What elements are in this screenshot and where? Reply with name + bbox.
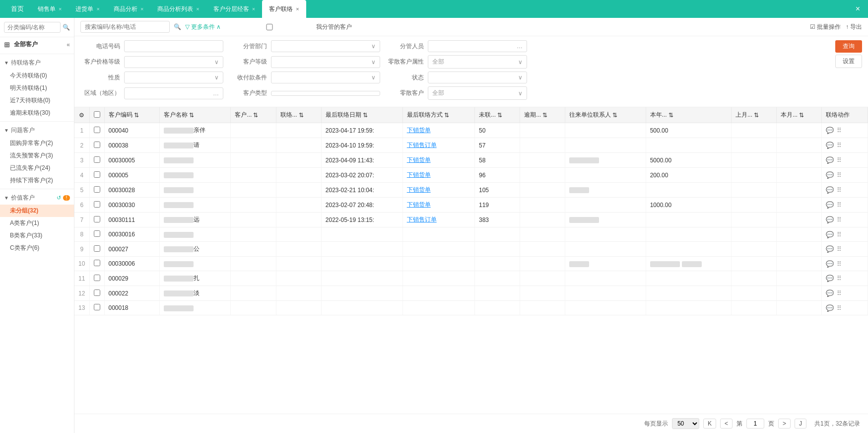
- tab-sales-order[interactable]: 销售单 ×: [31, 0, 68, 18]
- more-action-icon[interactable]: ⠿: [837, 127, 842, 134]
- col-checkbox[interactable]: [89, 107, 104, 123]
- row-checkbox-cell[interactable]: [89, 257, 104, 271]
- comment-action-icon[interactable]: 💬: [826, 275, 834, 282]
- comment-action-icon[interactable]: 💬: [826, 156, 834, 164]
- close-tab-product-analysis[interactable]: ×: [140, 6, 143, 12]
- col-last-contact-way[interactable]: 最后联络方式⇅: [402, 107, 474, 123]
- more-action-icon[interactable]: ⠿: [837, 156, 842, 164]
- select-all-checkbox[interactable]: [94, 111, 100, 118]
- more-action-icon[interactable]: ⠿: [837, 142, 842, 149]
- payment-select[interactable]: ∨: [271, 72, 380, 83]
- row-checkbox[interactable]: [94, 216, 100, 222]
- sidebar-item-7days-pending[interactable]: 近7天待联络(0): [0, 94, 74, 107]
- query-button[interactable]: 查询: [835, 40, 862, 53]
- sidebar-item-classC[interactable]: C类客户(6): [0, 242, 74, 254]
- col-gear[interactable]: ⚙: [74, 107, 89, 123]
- more-action-icon[interactable]: ⠿: [837, 245, 842, 253]
- sidebar-all-customers[interactable]: ⊞ 全部客户 «: [0, 37, 74, 52]
- comment-action-icon[interactable]: 💬: [826, 142, 834, 149]
- sidebar-group-problem[interactable]: ▼ 问题客户: [0, 124, 74, 137]
- sidebar-group-value[interactable]: ▼ 价值客户 ↺ !: [0, 191, 74, 205]
- my-customers-check[interactable]: [225, 24, 314, 30]
- row-checkbox-cell[interactable]: [89, 198, 104, 213]
- more-action-icon[interactable]: ⠿: [837, 260, 842, 268]
- last-contact-way-link[interactable]: 下销货单: [407, 186, 431, 193]
- row-checkbox[interactable]: [94, 304, 100, 310]
- comment-action-icon[interactable]: 💬: [826, 201, 834, 209]
- row-checkbox-cell[interactable]: [89, 301, 104, 315]
- last-contact-way-link[interactable]: 下销货单: [407, 156, 431, 163]
- comment-action-icon[interactable]: 💬: [826, 171, 834, 179]
- sidebar-group-pending[interactable]: ▼ 待联络客户: [0, 56, 74, 70]
- sidebar-item-churn-warning[interactable]: 流失预警客户(3): [0, 149, 74, 162]
- last-contact-way-link[interactable]: 下销货单: [407, 171, 431, 178]
- row-checkbox[interactable]: [94, 201, 100, 208]
- phone-input[interactable]: [124, 40, 223, 52]
- tab-purchase-order[interactable]: 进货单 ×: [68, 0, 106, 18]
- row-checkbox-cell[interactable]: [89, 183, 104, 198]
- comment-action-icon[interactable]: 💬: [826, 289, 834, 297]
- next-page-btn[interactable]: >: [778, 419, 791, 429]
- refresh-icon[interactable]: ↺: [57, 195, 61, 201]
- sidebar-item-tomorrow-pending[interactable]: 明天待联络(1): [0, 82, 74, 94]
- row-checkbox-cell[interactable]: [89, 213, 104, 227]
- comment-action-icon[interactable]: 💬: [826, 304, 834, 312]
- sidebar-item-declining[interactable]: 持续下滑客户(2): [0, 174, 74, 187]
- sidebar-item-abnormal[interactable]: 固购异常客户(2): [0, 137, 74, 149]
- more-action-icon[interactable]: ⠿: [837, 289, 842, 297]
- price-level-select[interactable]: ∨: [124, 56, 223, 68]
- last-contact-way-link[interactable]: 下销售订单: [407, 216, 437, 223]
- col-code[interactable]: 客户编码⇅: [104, 107, 159, 123]
- home-tab[interactable]: 首页: [4, 0, 31, 18]
- close-tab-sales[interactable]: ×: [59, 6, 62, 12]
- more-action-icon[interactable]: ⠿: [837, 304, 842, 312]
- settings-button[interactable]: 设置: [835, 55, 862, 68]
- row-checkbox[interactable]: [94, 275, 100, 281]
- comment-action-icon[interactable]: 💬: [826, 127, 834, 134]
- row-checkbox-cell[interactable]: [89, 242, 104, 257]
- window-close-btn[interactable]: ×: [852, 4, 864, 13]
- batch-op-btn[interactable]: ☑ 批量操作: [810, 23, 841, 31]
- col-last-month[interactable]: 上月...⇅: [732, 107, 777, 123]
- person-input[interactable]: …: [428, 40, 527, 52]
- col-this-year[interactable]: 本年...⇅: [646, 107, 731, 123]
- row-checkbox-cell[interactable]: [89, 286, 104, 301]
- col-this-month[interactable]: 本月...⇅: [777, 107, 822, 123]
- page-size-select[interactable]: 50 100 200: [672, 418, 699, 429]
- row-checkbox[interactable]: [94, 186, 100, 193]
- col-not-contacted[interactable]: 未联...⇅: [474, 107, 520, 123]
- last-contact-way-link[interactable]: 下销售订单: [407, 142, 437, 148]
- row-checkbox-cell[interactable]: [89, 227, 104, 242]
- sidebar-search-input[interactable]: [4, 22, 61, 33]
- nature-select[interactable]: ∨: [124, 72, 223, 83]
- my-customers-checkbox[interactable]: 我分管的客户: [225, 23, 352, 31]
- row-checkbox[interactable]: [94, 142, 100, 148]
- dept-select[interactable]: ∨: [271, 40, 380, 52]
- more-action-icon[interactable]: ⠿: [837, 201, 842, 209]
- comment-action-icon[interactable]: 💬: [826, 260, 834, 268]
- last-contact-way-link[interactable]: 下销货单: [407, 127, 431, 134]
- comment-action-icon[interactable]: 💬: [826, 245, 834, 253]
- more-action-icon[interactable]: ⠿: [837, 186, 842, 194]
- close-tab-product-list[interactable]: ×: [196, 6, 199, 12]
- row-checkbox-cell[interactable]: [89, 123, 104, 138]
- retail-customer-select[interactable]: 全部∨: [428, 86, 527, 100]
- col-contact-person[interactable]: 往来单位联系人⇅: [565, 107, 646, 123]
- close-tab-purchase[interactable]: ×: [96, 6, 99, 12]
- row-checkbox-cell[interactable]: [89, 138, 104, 153]
- row-checkbox[interactable]: [94, 245, 100, 252]
- sidebar-item-ungroup[interactable]: 未分组(32): [0, 205, 74, 217]
- sidebar-item-churned[interactable]: 已流失客户(24): [0, 162, 74, 174]
- more-action-icon[interactable]: ⠿: [837, 216, 842, 223]
- col-overdue[interactable]: 逾期...⇅: [520, 107, 565, 123]
- comment-action-icon[interactable]: 💬: [826, 216, 834, 223]
- comment-action-icon[interactable]: 💬: [826, 186, 834, 194]
- row-checkbox[interactable]: [94, 230, 100, 237]
- close-tab-segmentation[interactable]: ×: [252, 6, 255, 12]
- last-page-btn[interactable]: J: [795, 419, 806, 429]
- search-input[interactable]: [80, 21, 170, 33]
- export-btn[interactable]: ↑ 导出: [846, 23, 862, 31]
- first-page-btn[interactable]: K: [703, 419, 716, 429]
- row-checkbox[interactable]: [94, 156, 100, 163]
- more-action-icon[interactable]: ⠿: [837, 231, 842, 238]
